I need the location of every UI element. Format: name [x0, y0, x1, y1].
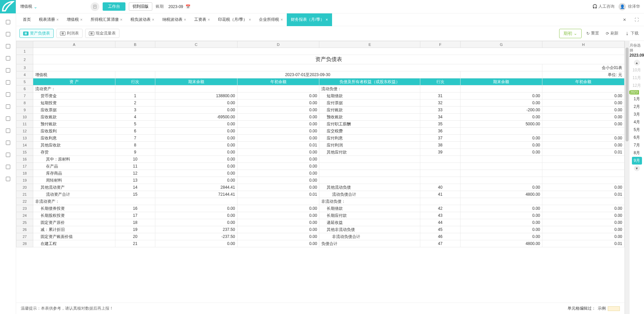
subtab-cash-flow[interactable]: ▦ 现金流量表: [85, 29, 119, 38]
cell[interactable]: [420, 198, 460, 205]
cell[interactable]: 0.00: [237, 177, 319, 184]
cell[interactable]: 0.00: [155, 135, 237, 142]
row-number[interactable]: 9: [16, 107, 33, 114]
cell[interactable]: 长期股权投资: [33, 212, 115, 219]
cell[interactable]: 0.00: [460, 184, 542, 191]
cell[interactable]: 期末余额: [155, 78, 237, 85]
month-item[interactable]: 1月: [632, 95, 642, 103]
cell[interactable]: 0.00: [237, 240, 319, 247]
row-number[interactable]: 14: [16, 142, 33, 149]
cell[interactable]: [542, 85, 625, 92]
cell[interactable]: 4: [115, 114, 155, 121]
close-icon[interactable]: ×: [280, 17, 283, 22]
cell[interactable]: 13: [115, 177, 155, 184]
row-number[interactable]: 3: [16, 64, 33, 71]
cell[interactable]: 15: [115, 191, 155, 198]
sidebar-chart-icon[interactable]: [0, 40, 16, 52]
row-number[interactable]: 22: [16, 198, 33, 205]
cell[interactable]: [155, 198, 237, 205]
cell[interactable]: [237, 85, 319, 92]
sidebar-doc-icon[interactable]: [0, 28, 16, 40]
reset-button[interactable]: ↻ 重置: [584, 30, 601, 36]
period-picker[interactable]: 2023-09 📅: [167, 4, 191, 9]
cell[interactable]: [460, 198, 542, 205]
cell[interactable]: 5000.00: [460, 121, 542, 128]
cell[interactable]: 0.00: [155, 128, 237, 135]
workspace-button[interactable]: 工作台: [103, 2, 125, 11]
row-number[interactable]: 21: [16, 191, 33, 198]
cell[interactable]: 0.00: [155, 121, 237, 128]
cell[interactable]: 0.00: [155, 156, 237, 163]
month-next-button[interactable]: ▼: [634, 165, 640, 171]
close-icon[interactable]: ×: [249, 17, 251, 22]
cell[interactable]: 其他流动负债: [319, 184, 420, 191]
row-number[interactable]: 20: [16, 184, 33, 191]
cell[interactable]: 0.00: [460, 135, 542, 142]
refresh-button[interactable]: ⟳ 刷新: [604, 30, 621, 36]
cell[interactable]: 长期应付款: [319, 212, 420, 219]
cell[interactable]: 应收票据: [33, 107, 115, 114]
cell[interactable]: 0.00: [542, 233, 625, 240]
cell[interactable]: 33: [420, 107, 460, 114]
spreadsheet[interactable]: ABCDEFGH12资产负债表3会小企01表4增值税2023-07-01至202…: [16, 41, 625, 303]
month-item[interactable]: 6月: [632, 134, 642, 141]
cell[interactable]: [460, 128, 542, 135]
cell[interactable]: 0.00: [460, 233, 542, 240]
col-header[interactable]: [16, 41, 33, 48]
cell[interactable]: [420, 156, 460, 163]
cell[interactable]: [542, 198, 625, 205]
cell[interactable]: 0.00: [155, 219, 237, 226]
col-header[interactable]: D: [237, 41, 319, 48]
cell[interactable]: 0.00: [237, 163, 319, 170]
cell[interactable]: 0.00: [460, 212, 542, 219]
cell[interactable]: [33, 64, 542, 71]
sidebar-table-icon[interactable]: [0, 88, 16, 101]
cell[interactable]: 0.00: [542, 135, 625, 142]
scrollbar-thumb[interactable]: [626, 48, 629, 141]
cell[interactable]: 非流动负债：: [319, 198, 420, 205]
cell[interactable]: 负债及所有者权益（或股东权益）: [319, 78, 420, 85]
cell[interactable]: 40: [420, 184, 460, 191]
tab-0[interactable]: 首页: [19, 13, 35, 26]
cell[interactable]: 43: [420, 212, 460, 219]
cell[interactable]: -69500.00: [155, 114, 237, 121]
cell[interactable]: [237, 198, 319, 205]
cell[interactable]: 0.00: [237, 184, 319, 191]
cell[interactable]: 4800.00: [460, 191, 542, 198]
cell[interactable]: 12: [115, 170, 155, 177]
col-header[interactable]: B: [115, 41, 155, 48]
cell[interactable]: 34: [420, 114, 460, 121]
cell[interactable]: 19: [115, 226, 155, 233]
cell[interactable]: [319, 177, 420, 184]
cell[interactable]: 21: [115, 240, 155, 247]
close-icon[interactable]: ×: [152, 17, 154, 22]
cell[interactable]: [115, 85, 155, 92]
cell[interactable]: 0.00: [237, 100, 319, 107]
cell[interactable]: -237.50: [155, 233, 237, 240]
cell[interactable]: [420, 177, 460, 184]
month-item[interactable]: 7月: [632, 141, 642, 149]
cell[interactable]: 16: [115, 205, 155, 212]
sidebar-v-icon[interactable]: [0, 173, 16, 185]
cell[interactable]: 0.00: [542, 184, 625, 191]
sidebar-hand-icon[interactable]: [0, 113, 16, 125]
cell[interactable]: [542, 163, 625, 170]
cell[interactable]: 库存商品: [33, 170, 115, 177]
cell[interactable]: 0.00: [460, 100, 542, 107]
cell[interactable]: 0.00: [237, 219, 319, 226]
tab-6[interactable]: 工资表×: [190, 13, 214, 26]
close-icon[interactable]: ×: [120, 17, 122, 22]
cell[interactable]: 8: [115, 142, 155, 149]
cell[interactable]: 0.00: [237, 226, 319, 233]
cell[interactable]: [542, 128, 625, 135]
cell[interactable]: 0.00: [237, 156, 319, 163]
cell[interactable]: 0.00: [542, 205, 625, 212]
cell[interactable]: 17: [115, 212, 155, 219]
cell[interactable]: 2023-07-01至2023-09-30: [155, 71, 461, 78]
cell[interactable]: [460, 163, 542, 170]
col-header[interactable]: E: [319, 41, 420, 48]
row-number[interactable]: 23: [16, 205, 33, 212]
cell[interactable]: 0.01: [237, 142, 319, 149]
cell[interactable]: 2: [115, 100, 155, 107]
cell[interactable]: 应付职工薪酬: [319, 121, 420, 128]
